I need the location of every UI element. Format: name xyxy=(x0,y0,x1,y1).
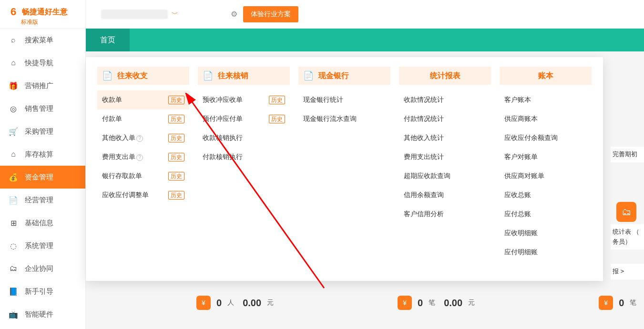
sidebar-label: 资金管理 xyxy=(25,173,53,182)
flyout-col-0: 📄往来收支收款单历史付款单历史其他收入单?历史费用支出单?历史银行存取款单历史应… xyxy=(97,67,189,262)
history-tag[interactable]: 历史 xyxy=(269,115,285,123)
menu-item[interactable]: 现金银行流水查询 xyxy=(298,110,390,129)
org-selector[interactable]: ﹀ xyxy=(96,6,225,23)
menu-item-label: 应付总账 xyxy=(504,210,531,219)
sidebar-item-0[interactable]: ⌕搜索菜单 xyxy=(0,29,85,51)
menu-item[interactable]: 信用余额查询 xyxy=(399,186,491,205)
flyout-col-1: 📄往来核销预收冲应收单历史预付冲应付单历史收款核销执行付款核销执行 xyxy=(198,67,290,262)
sidebar-item-8[interactable]: ⊞基础信息 xyxy=(0,211,85,234)
menu-item[interactable]: 客户对账单 xyxy=(500,148,592,167)
clip-initial[interactable]: 完善期初 xyxy=(611,147,644,162)
sidebar-icon-8: ⊞ xyxy=(9,218,18,228)
logo-glyph: 6 xyxy=(8,6,19,18)
menu-item[interactable]: 预收冲应收单历史 xyxy=(198,90,290,110)
stat-item-1: ¥ 0笔 0.00元 xyxy=(398,296,475,310)
flyout-col-3: 统计报表收款情况统计付款情况统计其他收入统计费用支出统计超期应收款查询信用余额查… xyxy=(399,67,491,262)
menu-item[interactable]: 费用支出统计 xyxy=(399,148,491,167)
menu-item[interactable]: 预付冲应付单历史 xyxy=(198,110,290,129)
col-header-icon: 📄 xyxy=(203,70,213,81)
help-icon[interactable]: ? xyxy=(136,135,143,142)
sidebar-item-7[interactable]: 📄经营管理 xyxy=(0,189,85,211)
history-tag[interactable]: 历史 xyxy=(269,96,285,104)
sidebar-item-4[interactable]: 🛒采购管理 xyxy=(0,120,85,143)
menu-item-label: 客户账本 xyxy=(504,96,531,104)
sidebar-item-5[interactable]: ⌂库存核算 xyxy=(0,143,85,166)
tab-home[interactable]: 首页 xyxy=(86,29,130,51)
history-tag[interactable]: 历史 xyxy=(168,96,184,104)
sidebar-icon-4: 🛒 xyxy=(9,127,18,136)
menu-item-label: 现金银行统计 xyxy=(303,96,343,104)
sidebar-item-3[interactable]: ◎销售管理 xyxy=(0,97,85,120)
menu-item[interactable]: 应付明细账 xyxy=(500,243,592,262)
menu-item-label: 其他收入统计 xyxy=(404,134,444,142)
flyout-col-header: 统计报表 xyxy=(399,67,491,85)
logo-text: 畅捷通好生意 xyxy=(22,7,68,17)
gear-icon[interactable]: ⚙ xyxy=(231,10,237,19)
flyout-col-header: 📄现金银行 xyxy=(298,67,390,85)
menu-item[interactable]: 付款情况统计 xyxy=(399,110,491,129)
menu-item-label: 付款核销执行 xyxy=(203,153,243,161)
menu-item[interactable]: 客户账本 xyxy=(500,90,592,110)
float-action-icon[interactable]: 🗂 xyxy=(616,202,636,222)
menu-item[interactable]: 现金银行统计 xyxy=(298,90,390,110)
menu-item[interactable]: 供应商账本 xyxy=(500,110,592,129)
history-tag[interactable]: 历史 xyxy=(168,191,184,199)
menu-item[interactable]: 其他收入统计 xyxy=(399,129,491,148)
menu-item[interactable]: 付款单历史 xyxy=(97,110,189,129)
clip-report[interactable]: 报 > xyxy=(611,264,644,279)
menu-item[interactable]: 超期应收款查询 xyxy=(399,167,491,186)
clip-stats[interactable]: 统计表 （ 务员） xyxy=(611,224,644,250)
sidebar-item-1[interactable]: ⌂快捷导航 xyxy=(0,51,85,74)
industry-plan-button[interactable]: 体验行业方案 xyxy=(243,6,298,22)
logo: 6 畅捷通好生意 标准版 xyxy=(0,0,85,29)
sidebar-label: 企业协同 xyxy=(25,264,53,273)
menu-item[interactable]: 费用支出单?历史 xyxy=(97,148,189,167)
sidebar-item-6[interactable]: 💰资金管理 xyxy=(0,166,85,189)
menu-item[interactable]: 应付总账 xyxy=(500,205,592,224)
sidebar: 6 畅捷通好生意 标准版 ⌕搜索菜单⌂快捷导航🎁营销推广◎销售管理🛒采购管理⌂库… xyxy=(0,0,86,329)
sidebar-item-10[interactable]: 🗂企业协同 xyxy=(0,257,85,280)
sidebar-icon-12: 📺 xyxy=(9,309,18,319)
menu-item[interactable]: 应收应付调整单历史 xyxy=(97,186,189,205)
menu-item[interactable]: 应收应付余额查询 xyxy=(500,129,592,148)
sidebar-item-12[interactable]: 📺智能硬件 xyxy=(0,303,85,326)
menu-item[interactable]: 付款核销执行 xyxy=(198,148,290,167)
history-tag[interactable]: 历史 xyxy=(168,134,184,142)
sidebar-label: 库存核算 xyxy=(25,150,53,159)
menu-item[interactable]: 银行存取款单历史 xyxy=(97,167,189,186)
stat-row: ¥ 0人 0.00元¥ 0笔 0.00元¥ 0笔 0.00元 xyxy=(196,296,644,310)
stat-icon: ¥ xyxy=(398,296,412,310)
menu-item[interactable]: 应收明细账 xyxy=(500,224,592,243)
sidebar-item-11[interactable]: 📘新手引导 xyxy=(0,280,85,303)
menu-item-label: 收款核销执行 xyxy=(203,134,243,142)
menu-item[interactable]: 其他收入单?历史 xyxy=(97,129,189,148)
menu-item[interactable]: 供应商对账单 xyxy=(500,167,592,186)
history-tag[interactable]: 历史 xyxy=(168,153,184,161)
help-icon[interactable]: ? xyxy=(136,154,143,161)
history-tag[interactable]: 历史 xyxy=(168,172,184,180)
menu-item-label: 费用支出单? xyxy=(102,153,143,161)
menu-item-label: 应付明细账 xyxy=(504,248,538,257)
sidebar-label: 搜索菜单 xyxy=(25,36,53,45)
menu-item[interactable]: 收款核销执行 xyxy=(198,129,290,148)
sidebar-label: 经营管理 xyxy=(25,196,53,205)
topbar: ﹀ ⚙ 体验行业方案 xyxy=(86,0,644,29)
sidebar-icon-7: 📄 xyxy=(9,195,18,205)
sidebar-item-9[interactable]: ◌系统管理 xyxy=(0,234,85,257)
sidebar-label: 快捷导航 xyxy=(25,59,53,68)
stat-count: 0 xyxy=(216,298,222,309)
menu-item-label: 银行存取款单 xyxy=(102,172,142,180)
sidebar-icon-3: ◎ xyxy=(9,104,18,113)
menu-item[interactable]: 客户信用分析 xyxy=(399,205,491,224)
sidebar-item-2[interactable]: 🎁营销推广 xyxy=(0,74,85,97)
stat-amount: 0.00 xyxy=(243,298,261,309)
menu-item[interactable]: 收款情况统计 xyxy=(399,90,491,110)
flyout-col-2: 📄现金银行现金银行统计现金银行流水查询 xyxy=(298,67,390,262)
menu-item-label: 收款情况统计 xyxy=(404,96,444,104)
menu-item-label: 应收应付调整单 xyxy=(102,191,149,199)
history-tag[interactable]: 历史 xyxy=(168,115,184,123)
menu-item[interactable]: 应收总账 xyxy=(500,186,592,205)
menu-item-label: 付款情况统计 xyxy=(404,115,444,123)
menu-item[interactable]: 收款单历史 xyxy=(97,90,189,110)
menu-item-label: 预付冲应付单 xyxy=(203,115,243,123)
